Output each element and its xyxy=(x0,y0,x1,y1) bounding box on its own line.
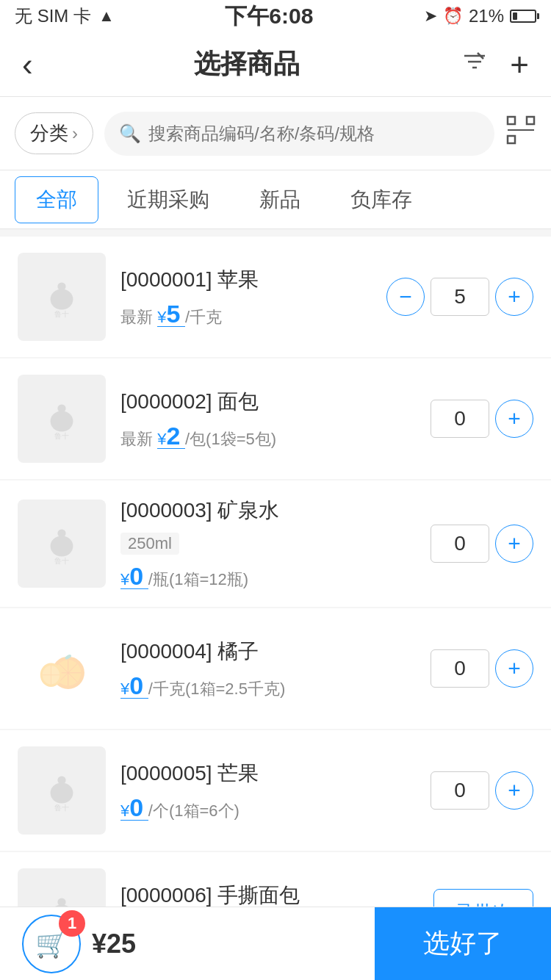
svg-text:鲁十: 鲁十 xyxy=(54,432,69,440)
product-item: [0000004] 橘子 ¥0 /千克(1箱=2.5千克) + xyxy=(0,608,551,729)
price-number: 0 xyxy=(129,562,143,590)
cart-total: ¥25 xyxy=(92,929,136,959)
quantity-control: + xyxy=(431,400,533,438)
product-item: 鲁十 [0000001] 苹果 最新 ¥5 /千克 − + xyxy=(0,237,551,357)
battery-percent: 21% xyxy=(469,6,504,26)
battery-icon xyxy=(510,10,536,23)
quantity-input[interactable] xyxy=(431,649,489,688)
price-number: 5 xyxy=(166,300,180,328)
confirm-button[interactable]: 选好了 xyxy=(375,907,551,981)
product-spec: 250ml xyxy=(120,533,179,555)
svg-rect-5 xyxy=(527,117,534,124)
tab-all[interactable]: 全部 xyxy=(15,176,98,223)
product-image: 鲁十 xyxy=(18,500,106,588)
price-value: ¥0 xyxy=(120,678,148,699)
tab-negative[interactable]: 负库存 xyxy=(329,176,433,223)
search-box: 🔍 xyxy=(104,112,494,156)
product-image: 鲁十 xyxy=(18,375,106,463)
tab-bar: 全部 近期采购 新品 负库存 xyxy=(0,170,551,229)
price-unit: /个(1箱=6个) xyxy=(148,801,240,820)
svg-text:鲁十: 鲁十 xyxy=(54,310,69,318)
tab-new[interactable]: 新品 xyxy=(238,176,322,223)
price-number: 0 xyxy=(129,793,143,821)
tab-recent[interactable]: 近期采购 xyxy=(106,176,231,223)
price-value: ¥5 xyxy=(157,306,185,327)
increase-button[interactable]: + xyxy=(495,400,533,438)
product-name: [0000003] 矿泉水 xyxy=(120,497,416,525)
price-unit: /千克 xyxy=(185,308,222,326)
quantity-control: + xyxy=(431,771,533,810)
price-value: ¥2 xyxy=(157,428,185,449)
quantity-input[interactable] xyxy=(431,400,489,438)
product-item: 鲁十 [0000003] 矿泉水 250ml ¥0 /瓶(1箱=12瓶) + xyxy=(0,480,551,607)
svg-text:鲁十: 鲁十 xyxy=(54,557,69,565)
product-image: 鲁十 xyxy=(18,253,106,341)
product-item: 鲁十 [0000005] 芒果 ¥0 /个(1箱=6个) + xyxy=(0,730,551,851)
price-unit: /千克(1箱=2.5千克) xyxy=(148,680,285,698)
increase-button[interactable]: + xyxy=(495,771,533,810)
price-label: 最新 xyxy=(120,430,157,448)
back-button[interactable]: ‹ xyxy=(22,46,33,83)
search-icon: 🔍 xyxy=(119,123,141,144)
product-list: 鲁十 [0000001] 苹果 最新 ¥5 /千克 − + 鲁十 xyxy=(0,237,551,980)
product-info: [0000001] 苹果 最新 ¥5 /千克 xyxy=(120,266,372,328)
increase-button[interactable]: + xyxy=(495,649,533,688)
category-button[interactable]: 分类 › xyxy=(15,112,93,154)
price-value: ¥0 xyxy=(120,569,148,589)
currency-symbol: ¥ xyxy=(120,680,129,698)
currency-symbol: ¥ xyxy=(120,801,129,820)
product-price: 最新 ¥2 /包(1袋=5包) xyxy=(120,422,416,450)
svg-point-30 xyxy=(51,783,73,804)
svg-point-15 xyxy=(51,536,73,557)
quantity-control: − + xyxy=(386,278,533,316)
category-arrow: › xyxy=(72,123,78,144)
decrease-button[interactable]: − xyxy=(386,278,425,316)
product-name: [0000002] 面包 xyxy=(120,388,416,416)
currency-symbol: ¥ xyxy=(157,430,166,448)
nav-actions: + xyxy=(461,46,529,83)
bottom-bar: 🛒 1 ¥25 选好了 xyxy=(0,907,551,980)
category-label: 分类 xyxy=(30,120,68,146)
product-price: ¥0 /千克(1箱=2.5千克) xyxy=(120,671,416,700)
increase-button[interactable]: + xyxy=(495,525,533,563)
product-name: [0000001] 苹果 xyxy=(120,266,372,294)
filter-icon[interactable] xyxy=(461,48,488,81)
product-info: [0000002] 面包 最新 ¥2 /包(1袋=5包) xyxy=(120,388,416,450)
product-item: 鲁十 [0000002] 面包 最新 ¥2 /包(1袋=5包) + xyxy=(0,359,551,479)
increase-button[interactable]: + xyxy=(495,278,533,316)
quantity-input[interactable] xyxy=(431,278,489,316)
product-name: [0000005] 芒果 xyxy=(120,760,416,788)
nav-bar: ‹ 选择商品 + xyxy=(0,32,551,97)
add-icon[interactable]: + xyxy=(510,46,529,83)
carrier-text: 无 SIM 卡 xyxy=(15,4,91,28)
cart-button[interactable]: 🛒 1 xyxy=(22,915,81,973)
status-time: 下午6:08 xyxy=(225,1,313,32)
status-bar: 无 SIM 卡 ▲ 下午6:08 ➤ ⏰ 21% xyxy=(0,0,551,32)
status-right: ➤ ⏰ 21% xyxy=(424,6,536,26)
product-info: [0000004] 橘子 ¥0 /千克(1箱=2.5千克) xyxy=(120,638,416,700)
svg-point-12 xyxy=(51,411,73,432)
currency-symbol: ¥ xyxy=(120,570,129,588)
product-name: [0000004] 橘子 xyxy=(120,638,416,666)
quantity-control: + xyxy=(431,525,533,563)
scan-icon[interactable] xyxy=(505,115,536,152)
product-price: ¥0 /瓶(1箱=12瓶) xyxy=(120,562,416,591)
cart-area: 🛒 1 ¥25 xyxy=(0,915,375,973)
wifi-icon: ▲ xyxy=(98,7,115,26)
price-unit: /包(1袋=5包) xyxy=(185,430,276,448)
price-value: ¥0 xyxy=(120,800,148,821)
svg-point-9 xyxy=(51,289,73,310)
product-price: ¥0 /个(1箱=6个) xyxy=(120,793,416,822)
price-number: 2 xyxy=(166,422,180,450)
quantity-input[interactable] xyxy=(431,771,489,810)
svg-rect-6 xyxy=(508,136,515,143)
quantity-control: + xyxy=(431,649,533,688)
filter-bar: 分类 › 🔍 xyxy=(0,97,551,170)
product-info: [0000005] 芒果 ¥0 /个(1箱=6个) xyxy=(120,760,416,822)
product-price: 最新 ¥5 /千克 xyxy=(120,300,372,328)
search-input[interactable] xyxy=(148,123,480,144)
quantity-input[interactable] xyxy=(431,525,489,563)
product-info: [0000003] 矿泉水 250ml ¥0 /瓶(1箱=12瓶) xyxy=(120,497,416,591)
cart-badge: 1 xyxy=(59,910,85,937)
alarm-icon: ⏰ xyxy=(443,7,463,26)
